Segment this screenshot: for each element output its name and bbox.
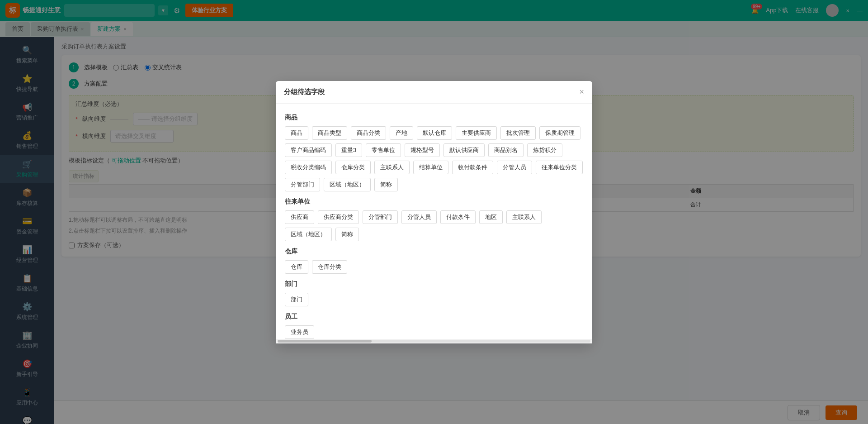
modal-title: 分组待选字段 bbox=[284, 88, 325, 96]
field-tag[interactable]: 默认仓库 bbox=[417, 126, 452, 140]
field-tags-部门: 部门 bbox=[285, 293, 583, 306]
field-tag[interactable]: 地区 bbox=[479, 210, 503, 224]
field-tag[interactable]: 产地 bbox=[390, 126, 413, 140]
field-tag[interactable]: 仓库分类 bbox=[312, 260, 347, 274]
field-tag[interactable]: 区域（地区） bbox=[324, 178, 371, 191]
field-tag[interactable]: 供应商分类 bbox=[318, 210, 359, 224]
field-tag[interactable]: 零售单位 bbox=[366, 143, 401, 157]
field-tag[interactable]: 分管人员 bbox=[497, 161, 532, 174]
field-tag[interactable]: 主联系人 bbox=[506, 210, 542, 224]
field-tag[interactable]: 仓库 bbox=[285, 260, 308, 274]
field-tag[interactable]: 分管人员 bbox=[401, 210, 437, 224]
field-tag[interactable]: 往来单位分类 bbox=[536, 161, 583, 174]
modal-close-btn[interactable]: × bbox=[579, 87, 584, 97]
field-tag[interactable]: 结算单位 bbox=[413, 161, 448, 174]
field-tag[interactable]: 主联系人 bbox=[374, 161, 410, 174]
field-tag[interactable]: 税收分类编码 bbox=[285, 161, 332, 174]
field-tag[interactable]: 分管部门 bbox=[285, 178, 320, 191]
field-tags-商品: 商品商品类型商品分类产地默认仓库主要供应商批次管理保质期管理客户商品编码重量3零… bbox=[285, 126, 583, 191]
section-title-员工: 员工 bbox=[285, 313, 583, 321]
field-tag[interactable]: 业务员 bbox=[285, 325, 314, 339]
field-tag[interactable]: 商品 bbox=[285, 126, 308, 140]
hscroll-track bbox=[278, 340, 590, 343]
section-title-部门: 部门 bbox=[285, 280, 583, 288]
field-tag[interactable]: 区域（地区） bbox=[285, 228, 332, 241]
field-tag[interactable]: 商品别名 bbox=[488, 143, 524, 157]
field-tags-员工: 业务员 bbox=[285, 325, 583, 339]
field-tag[interactable]: 收付款条件 bbox=[452, 161, 493, 174]
modal: 分组待选字段 × 商品商品商品类型商品分类产地默认仓库主要供应商批次管理保质期管… bbox=[276, 81, 592, 343]
field-tag[interactable]: 默认供应商 bbox=[443, 143, 485, 157]
field-tag[interactable]: 简称 bbox=[335, 228, 359, 241]
section-title-往来单位: 往来单位 bbox=[285, 198, 583, 206]
modal-body: 商品商品商品类型商品分类产地默认仓库主要供应商批次管理保质期管理客户商品编码重量… bbox=[276, 104, 592, 339]
modal-hscroll bbox=[276, 339, 592, 343]
field-tag[interactable]: 商品分类 bbox=[351, 126, 386, 140]
field-tags-往来单位: 供应商供应商分类分管部门分管人员付款条件地区主联系人区域（地区）简称 bbox=[285, 210, 583, 241]
field-tags-仓库: 仓库仓库分类 bbox=[285, 260, 583, 274]
field-tag[interactable]: 主要供应商 bbox=[456, 126, 497, 140]
section-title-商品: 商品 bbox=[285, 114, 583, 122]
field-tag[interactable]: 客户商品编码 bbox=[285, 143, 332, 157]
field-tag[interactable]: 商品类型 bbox=[312, 126, 347, 140]
field-tag[interactable]: 保质期管理 bbox=[539, 126, 580, 140]
section-title-仓库: 仓库 bbox=[285, 248, 583, 256]
field-tag[interactable]: 供应商 bbox=[285, 210, 314, 224]
modal-header: 分组待选字段 × bbox=[276, 81, 592, 104]
field-tag[interactable]: 重量3 bbox=[335, 143, 362, 157]
field-tag[interactable]: 部门 bbox=[285, 293, 308, 306]
field-tag[interactable]: 仓库分类 bbox=[335, 161, 371, 174]
field-tag[interactable]: 规格型号 bbox=[405, 143, 440, 157]
field-tag[interactable]: 付款条件 bbox=[440, 210, 476, 224]
field-tag[interactable]: 批次管理 bbox=[500, 126, 536, 140]
modal-overlay: 分组待选字段 × 商品商品商品类型商品分类产地默认仓库主要供应商批次管理保质期管… bbox=[0, 0, 868, 424]
field-tag[interactable]: 炼货积分 bbox=[527, 143, 562, 157]
field-tag[interactable]: 分管部门 bbox=[363, 210, 398, 224]
field-tag[interactable]: 简称 bbox=[374, 178, 398, 191]
hscroll-thumb bbox=[278, 340, 372, 343]
